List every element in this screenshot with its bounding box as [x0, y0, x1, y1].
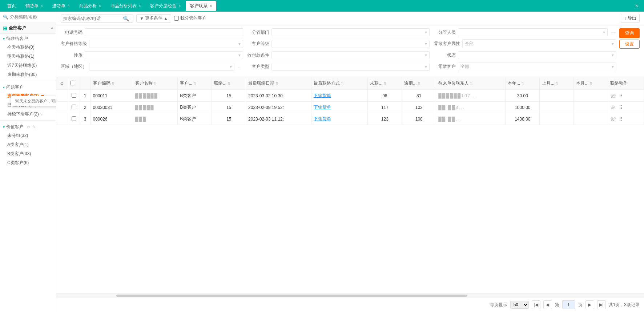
nav-tab-analysis[interactable]: 商品分析 × [75, 1, 105, 11]
col-settings[interactable]: ⚙ [56, 77, 68, 90]
sidebar-item-tomorrow[interactable]: 明天待联络(1) [0, 52, 56, 61]
all-customers-header[interactable]: ⊞ 全部客户 « [0, 23, 56, 34]
query-button[interactable]: 查询 [619, 28, 640, 38]
sidebar-item-b-class[interactable]: B类客户(33) [0, 149, 56, 158]
col-unit-contact[interactable]: 往来单位联系人⇅ [436, 77, 506, 90]
close-icon[interactable]: × [41, 4, 43, 8]
nav-tab-analysis-list[interactable]: 商品分析列表 × [106, 1, 145, 11]
col-this-month[interactable]: 本月...⇅ [574, 77, 608, 90]
row-last-contact-date: 2023-02-03 11:12: [246, 113, 311, 125]
sidebar-item-overdue[interactable]: 逾期未联络(30) [0, 70, 56, 79]
retail-attr-select[interactable]: 全部▾ [462, 39, 616, 48]
row-last-contact-method[interactable]: 下销货单 [311, 113, 367, 125]
close-icon[interactable]: × [68, 4, 70, 8]
region-select[interactable]: ▾ [89, 63, 234, 71]
filter-row-4: 区域（地区） ▾ ··· 客户类型 ▾ 零散客户 全部▾ [61, 62, 616, 71]
row-settings[interactable] [56, 102, 68, 113]
close-icon[interactable]: × [210, 4, 212, 8]
scroll-thumb[interactable] [116, 295, 467, 297]
manager-select[interactable]: ▾ [458, 28, 608, 36]
sidebar-group-problem[interactable]: ▾ 问题客户 [0, 82, 56, 92]
more-conditions-button[interactable]: ▼ 更多条件 ▲ [136, 14, 171, 23]
sidebar-item-declining[interactable]: 持续下滑客户(2) ? [0, 110, 56, 119]
chevron-down-icon: ▾ [238, 41, 241, 46]
row-last-contact-method[interactable]: 下销货单 [311, 102, 367, 113]
sidebar-divider-2 [0, 120, 56, 121]
row-checkbox[interactable] [68, 113, 80, 125]
sidebar-item-7days[interactable]: 近7天待联络(0) [0, 61, 56, 70]
page-size-select[interactable]: 50 100 [510, 301, 529, 309]
row-select-checkbox[interactable] [72, 93, 76, 98]
select-all-checkbox[interactable] [71, 81, 75, 85]
phone-input[interactable] [85, 28, 243, 36]
close-icon[interactable]: × [99, 4, 101, 8]
nav-tab-customer-contact[interactable]: 客户联系 × [186, 1, 216, 11]
status-select[interactable]: ▾ [458, 51, 616, 59]
sidebar-group-pending[interactable]: ▾ 待联络客户 [0, 34, 56, 43]
row-settings[interactable] [56, 90, 68, 102]
export-button[interactable]: ↑ 导出 [621, 14, 640, 23]
contact-icon[interactable]: ☏ [610, 93, 617, 99]
price-level-select[interactable]: ▾ [89, 40, 243, 48]
nav-tab-purchase[interactable]: 进货单 × [48, 1, 74, 11]
sidebar-item-a-class[interactable]: A类客户(1) [0, 140, 56, 149]
horizontal-scrollbar[interactable] [56, 293, 644, 297]
search-button[interactable]: 🔍 [123, 16, 129, 21]
row-last-contact-method[interactable]: 下销货单 [311, 90, 367, 102]
page-number-input[interactable] [562, 300, 575, 309]
col-last-contact-date[interactable]: 最后联络日期⇅ [246, 77, 311, 90]
filter-settings-button[interactable]: 设置 [619, 40, 640, 49]
more-actions-icon[interactable]: ⠿ [619, 116, 623, 122]
sidebar-group-value[interactable]: ▾ 价值客户 ↺ ✎ [0, 122, 56, 131]
more-options-icon[interactable]: ··· [610, 30, 616, 35]
prev-page-button[interactable]: ◀ [543, 300, 552, 309]
close-icon[interactable]: × [178, 4, 181, 8]
col-customer-name[interactable]: 客户名称⇅ [133, 77, 178, 90]
my-customers-check-input[interactable] [174, 16, 179, 21]
contact-icon[interactable]: ☏ [610, 105, 617, 110]
grid-icon: ⊞ [3, 25, 7, 31]
payment-select[interactable]: ▾ [271, 51, 430, 59]
row-select-checkbox[interactable] [72, 116, 76, 121]
close-icon[interactable]: × [139, 4, 141, 8]
type-label: 客户类型 [247, 64, 269, 70]
sidebar-search-input[interactable] [10, 15, 53, 20]
col-customer-type[interactable]: 客户...⇅ [178, 77, 212, 90]
nature-select[interactable]: ▾ [85, 51, 243, 59]
col-last-contact-method[interactable]: 最后联络方式⇅ [311, 77, 367, 90]
more-actions-icon[interactable]: ⠿ [619, 93, 623, 99]
col-this-year[interactable]: 本年...⇅ [506, 77, 540, 90]
nav-tab-sales[interactable]: 销货单 × [21, 1, 47, 11]
first-page-button[interactable]: |◀ [532, 300, 540, 309]
next-page-button[interactable]: ▶ [585, 300, 594, 309]
last-page-button[interactable]: ▶| [597, 300, 606, 309]
row-select-checkbox[interactable] [72, 105, 76, 109]
row-settings[interactable] [56, 113, 68, 125]
sidebar-item-today[interactable]: 今天待联络(0) [0, 43, 56, 52]
type-select[interactable]: ▾ [271, 63, 430, 71]
col-uncontacted[interactable]: 未联...⇅ [368, 77, 402, 90]
main-search-input[interactable] [63, 16, 121, 21]
dept-select[interactable]: ▾ [271, 28, 430, 36]
col-contact[interactable]: 联络...⇅ [212, 77, 246, 90]
more-actions-icon[interactable]: ⠿ [619, 105, 623, 110]
retail-customer-select[interactable]: 全部▾ [458, 62, 616, 71]
col-customer-code[interactable]: 客户编码⇅ [90, 77, 133, 90]
sidebar-item-c-class[interactable]: C类客户(6) [0, 158, 56, 167]
customer-level-select[interactable]: ▾ [271, 40, 430, 48]
collapse-icon[interactable]: « [51, 26, 53, 30]
close-all-tabs-button[interactable]: × [632, 3, 641, 9]
sidebar-item-ungrouped[interactable]: 未分组(32) [0, 131, 56, 140]
col-overdue[interactable]: 逾期...⇅ [402, 77, 436, 90]
col-last-month[interactable]: 上月...⇅ [540, 77, 574, 90]
more-options-icon[interactable]: ··· [237, 64, 243, 69]
contact-icon[interactable]: ☏ [610, 116, 617, 122]
edit-icon[interactable]: ✎ [32, 125, 36, 130]
row-checkbox[interactable] [68, 90, 80, 102]
row-checkbox[interactable] [68, 102, 80, 113]
my-customers-checkbox[interactable]: 我分管的客户 [174, 15, 206, 21]
refresh-icon[interactable]: ↺ [27, 125, 30, 130]
row-last-contact-date: 2023-02-09 19:52: [246, 102, 311, 113]
nav-tab-home[interactable]: 首页 [3, 1, 20, 11]
nav-tab-customer-layer[interactable]: 客户分层经营 × [146, 1, 185, 11]
